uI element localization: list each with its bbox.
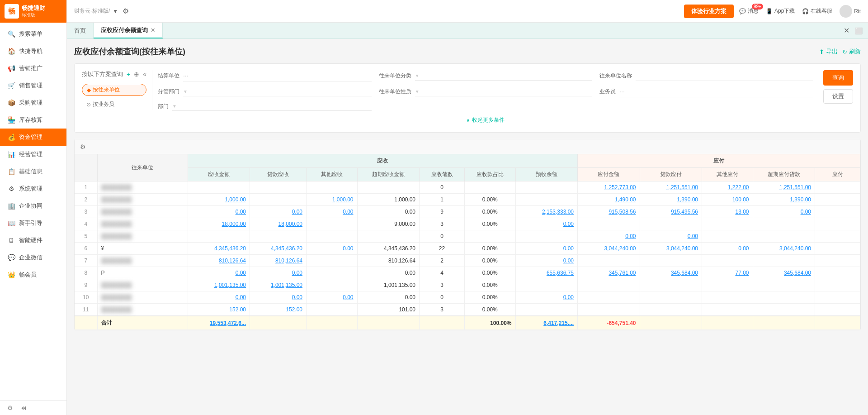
row-cqyfhk[interactable]: 0.00 xyxy=(753,206,815,218)
tabs-bar: 首页 应收应付余额查询 ✕ ✕ ⬜ xyxy=(67,23,868,39)
row-qtys[interactable]: 0.00 xyxy=(307,291,358,304)
row-qtys[interactable]: 0.00 xyxy=(307,206,358,218)
row-dkys[interactable]: 0.00 xyxy=(250,267,307,279)
row-yfje[interactable]: 915,508.56 xyxy=(578,206,640,218)
sidebar-item-purchase[interactable]: 📦 采购管理 xyxy=(0,94,66,111)
online-service-button[interactable]: 🎧 在线客服 xyxy=(802,7,832,15)
window-expand-icon[interactable]: ⬜ xyxy=(855,27,863,34)
cta-button[interactable]: 体验行业方案 xyxy=(684,5,734,18)
header-gear-icon[interactable]: ⚙ xyxy=(123,7,129,15)
sidebar-item-hardware[interactable]: 🖥 智能硬件 xyxy=(0,232,66,249)
app-download-button[interactable]: 📱 App下载 xyxy=(766,7,795,15)
row-ysje[interactable]: 1,000.00 xyxy=(188,194,250,206)
tab-home[interactable]: 首页 xyxy=(67,23,94,38)
row-dkys[interactable]: 0.00 xyxy=(250,291,307,304)
row-cqyfhk[interactable]: 1,390.00 xyxy=(753,194,815,206)
row-ysje[interactable]: 0.00 xyxy=(188,267,250,279)
sidebar-item-operations[interactable]: 📊 经营管理 xyxy=(0,146,66,163)
row-cqyfhk[interactable]: 3,044,240.00 xyxy=(753,243,815,255)
field-lwdw-fenlei-select[interactable]: ▼ xyxy=(415,72,593,81)
row-ysje[interactable]: 1,001,135.00 xyxy=(188,279,250,291)
row-ysje[interactable]: 0.00 xyxy=(188,291,250,304)
sidebar-item-basic[interactable]: 📋 基础信息 xyxy=(0,163,66,180)
row-yfje[interactable]: 1,490.00 xyxy=(578,194,640,206)
field-fenguan-dept-select[interactable]: ▼ xyxy=(183,87,372,96)
table-settings-icon[interactable]: ⚙ xyxy=(80,143,86,150)
row-ysye[interactable]: 0.00 xyxy=(515,243,578,255)
sidebar-item-inventory[interactable]: 🏪 库存核算 xyxy=(0,111,66,129)
user-menu-button[interactable]: Rit xyxy=(840,5,861,18)
row-dkys[interactable]: 810,126.64 xyxy=(250,255,307,267)
row-dkyf[interactable]: 345,684.00 xyxy=(640,267,702,279)
scheme-by-unit[interactable]: ◆ 按往来单位 xyxy=(82,84,146,96)
row-ysye[interactable]: 0.00 xyxy=(515,255,578,267)
row-yfje[interactable]: 0.00 xyxy=(578,230,640,243)
tab-close-icon[interactable]: ✕ xyxy=(151,27,155,33)
sidebar-item-sales[interactable]: 🛒 销售管理 xyxy=(0,77,66,94)
search-collapse-icon[interactable]: « xyxy=(143,71,146,78)
sidebar-item-search[interactable]: 🔍 搜索菜单 xyxy=(0,25,66,43)
scheme-by-staff[interactable]: ⊙ 按业务员 xyxy=(82,99,146,110)
header-dropdown[interactable]: ▼ xyxy=(113,8,118,14)
sidebar-item-finance[interactable]: 💰 资金管理 xyxy=(0,129,66,146)
field-yewuyuan-input[interactable]: ··· xyxy=(619,86,813,97)
export-button[interactable]: ⬆ 导出 xyxy=(819,48,838,56)
row-ysje[interactable]: 0.00 xyxy=(188,206,250,218)
row-qtyf[interactable]: 77.00 xyxy=(702,267,753,279)
collapse-more-button[interactable]: ∧ 收起更多条件 xyxy=(158,114,813,126)
row-qtyf[interactable]: 100.00 xyxy=(702,194,753,206)
sidebar-item-wechat[interactable]: 💬 企业微信 xyxy=(0,249,66,266)
sidebar-item-system[interactable]: ⚙ 系统管理 xyxy=(0,180,66,197)
footer-ysje[interactable]: 19,553,472,6... xyxy=(188,316,250,330)
row-dkyf[interactable]: 3,044,240.00 xyxy=(640,243,702,255)
row-ysje xyxy=(188,230,250,243)
tab-receivable-payable[interactable]: 应收应付余额查询 ✕ xyxy=(94,23,163,38)
row-ysye[interactable]: 0.00 xyxy=(515,218,578,230)
row-ysje[interactable]: 18,000.00 xyxy=(188,218,250,230)
field-lwdw-name-input[interactable] xyxy=(636,71,813,81)
footer-ysye[interactable]: 6,417,215.... xyxy=(515,316,578,330)
row-ysje[interactable]: 152.00 xyxy=(188,304,250,316)
search-add-button[interactable]: + xyxy=(127,71,130,78)
row-dkys[interactable]: 4,345,436.20 xyxy=(250,243,307,255)
sidebar-item-marketing[interactable]: 📢 营销推广 xyxy=(0,60,66,77)
sidebar-item-quicknav[interactable]: 🏠 快捷导航 xyxy=(0,43,66,60)
row-dkyf[interactable]: 1,251,551.00 xyxy=(640,181,702,194)
row-qtyf[interactable]: 0.00 xyxy=(702,243,753,255)
search-settings-icon[interactable]: ⊕ xyxy=(134,71,139,78)
row-ysje[interactable]: 810,126.64 xyxy=(188,255,250,267)
sidebar-collapse-icon[interactable]: ⏮ xyxy=(20,404,27,411)
row-ysye[interactable]: 0.00 xyxy=(515,291,578,304)
field-jsdanwei-input[interactable]: ··· xyxy=(183,70,372,81)
row-dkys[interactable]: 0.00 xyxy=(250,206,307,218)
row-cqyfhk[interactable]: 345,684.00 xyxy=(753,267,815,279)
row-qtyf[interactable]: 1,222.00 xyxy=(702,181,753,194)
field-dept-select[interactable]: ▼ xyxy=(172,102,372,111)
row-dkyf[interactable]: 915,495.56 xyxy=(640,206,702,218)
row-qtyf[interactable]: 13.00 xyxy=(702,206,753,218)
row-ysye[interactable]: 655,636.75 xyxy=(515,267,578,279)
row-dkys[interactable]: 152.00 xyxy=(250,304,307,316)
window-close-icon[interactable]: ✕ xyxy=(844,26,849,35)
sidebar-settings-icon[interactable]: ⚙ xyxy=(7,404,13,411)
sidebar-item-corp[interactable]: 🏢 企业协同 xyxy=(0,197,66,215)
field-lwdw-nature-select[interactable]: ▼ xyxy=(415,87,593,96)
row-cqyfhk[interactable]: 1,251,551.00 xyxy=(753,181,815,194)
sidebar-item-guide[interactable]: 📖 新手引导 xyxy=(0,215,66,232)
row-dkys[interactable]: 1,001,135.00 xyxy=(250,279,307,291)
row-yfje[interactable]: 345,761.00 xyxy=(578,267,640,279)
row-qtys[interactable]: 1,000.00 xyxy=(307,194,358,206)
row-ysje[interactable]: 4,345,436.20 xyxy=(188,243,250,255)
row-yfje[interactable]: 3,044,240.00 xyxy=(578,243,640,255)
row-qtys[interactable]: 0.00 xyxy=(307,243,358,255)
query-button[interactable]: 查询 xyxy=(823,70,853,86)
refresh-button[interactable]: ↻ 刷新 xyxy=(842,48,861,56)
row-dkys[interactable]: 18,000.00 xyxy=(250,218,307,230)
row-ysye[interactable]: 2,153,333.00 xyxy=(515,206,578,218)
row-dkyf[interactable]: 0.00 xyxy=(640,230,702,243)
row-dkyf[interactable]: 1,390.00 xyxy=(640,194,702,206)
sidebar-item-member[interactable]: 👑 畅会员 xyxy=(0,266,66,283)
set-button[interactable]: 设置 xyxy=(823,89,853,104)
row-yfje[interactable]: 1,252,773.00 xyxy=(578,181,640,194)
notification-button[interactable]: 💬 消息 99+ xyxy=(739,7,759,15)
